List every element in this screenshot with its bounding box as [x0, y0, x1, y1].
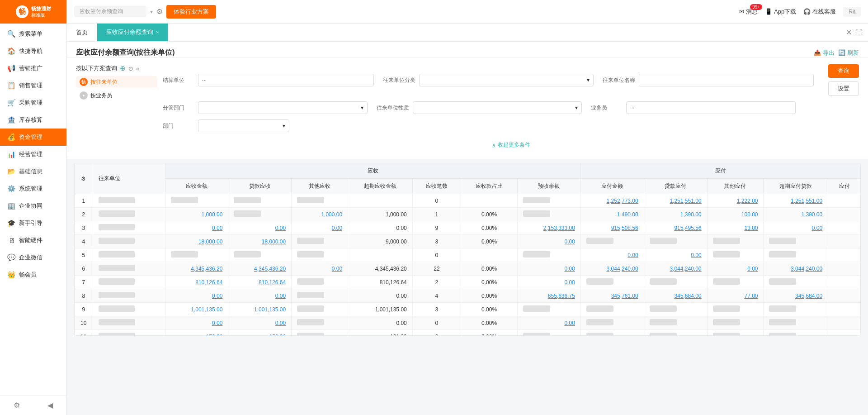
- sidebar-item-basic-info[interactable]: 📂 基础信息: [0, 163, 66, 180]
- table-cell[interactable]: 810,126.64: [165, 276, 228, 289]
- table-cell[interactable]: 0.00: [292, 262, 348, 276]
- sidebar-item-purchase[interactable]: 🛒 采购管理: [0, 94, 66, 111]
- table-cell[interactable]: 152.00: [165, 330, 228, 336]
- add-scheme-btn[interactable]: ⊕: [120, 64, 126, 72]
- table-cell[interactable]: 0.00: [518, 262, 581, 276]
- scheme-expand-btn[interactable]: «: [136, 65, 139, 72]
- th-settings[interactable]: ⚙: [75, 163, 93, 194]
- blurred-cell: [523, 305, 550, 312]
- unit-category-input[interactable]: ▾: [419, 74, 594, 86]
- table-cell[interactable]: 77.00: [707, 289, 764, 303]
- message-button[interactable]: ✉ 消息 99+: [739, 8, 758, 16]
- app-download-button[interactable]: 📱 App下载: [765, 8, 796, 16]
- user-info[interactable]: Rit: [843, 7, 861, 17]
- table-cell[interactable]: 0.00: [228, 221, 292, 235]
- sidebar-item-system[interactable]: ⚙️ 系统管理: [0, 180, 66, 197]
- table-cell[interactable]: 1,001,135.00: [228, 303, 292, 316]
- sidebar-item-enterprise[interactable]: 🏢 企业协同: [0, 197, 66, 215]
- tab-close-icon[interactable]: ×: [156, 29, 159, 35]
- sidebar-item-quick-nav[interactable]: 🏠 快捷导航: [0, 43, 66, 60]
- table-cell[interactable]: 345,684.00: [764, 289, 828, 303]
- table-scroll[interactable]: ⚙ 往来单位 应收 应付 应收金额 贷款应收 其他应收: [75, 163, 860, 335]
- sidebar-item-wechat[interactable]: 💬 企业微信: [0, 249, 66, 266]
- unit-name-input[interactable]: [639, 74, 814, 86]
- table-cell[interactable]: 0.00: [518, 276, 581, 289]
- table-row: 11 152.00 152.00 101.00 3 0.00%: [75, 330, 860, 336]
- settlement-unit-input[interactable]: ···: [198, 74, 374, 86]
- export-button[interactable]: 📤 导出: [814, 49, 835, 57]
- table-cell[interactable]: 345,761.00: [580, 289, 644, 303]
- table-cell[interactable]: 3,044,240.00: [580, 262, 644, 276]
- table-cell[interactable]: 915,508.56: [580, 221, 644, 235]
- table-cell[interactable]: 0.00: [292, 221, 348, 235]
- sidebar-collapse-btn[interactable]: ◀: [46, 399, 55, 411]
- table-cell[interactable]: 0.00: [764, 221, 828, 235]
- table-settings-icon[interactable]: ⚙: [81, 176, 86, 182]
- scheme-by-unit[interactable]: 畅 按往来单位: [76, 76, 157, 88]
- sidebar-settings-btn[interactable]: ⚙: [12, 399, 22, 411]
- table-cell[interactable]: 18,000.00: [228, 235, 292, 248]
- sidebar-item-member[interactable]: 👑 畅会员: [0, 266, 66, 283]
- sidebar-item-inventory[interactable]: 🏦 库存核算: [0, 111, 66, 129]
- table-cell[interactable]: 1,390.00: [764, 208, 828, 221]
- dept-input[interactable]: ▾: [198, 119, 289, 132]
- sidebar-item-smart[interactable]: 🖥 智能硬件: [0, 232, 66, 249]
- table-cell[interactable]: 1,000.00: [165, 208, 228, 221]
- department-input[interactable]: ▾: [198, 101, 368, 114]
- table-cell[interactable]: 655,636.75: [518, 289, 581, 303]
- table-cell[interactable]: 0.00: [644, 248, 707, 262]
- table-cell[interactable]: 1,390.00: [644, 208, 707, 221]
- refresh-button[interactable]: 🔄 刷新: [838, 49, 859, 57]
- table-cell[interactable]: 345,684.00: [644, 289, 707, 303]
- table-cell[interactable]: 0.00: [580, 248, 644, 262]
- table-cell[interactable]: 1,000.00: [292, 208, 348, 221]
- salesperson-input[interactable]: ···: [626, 101, 796, 114]
- table-cell[interactable]: 0.00: [518, 316, 581, 330]
- settings-button[interactable]: 设置: [828, 81, 859, 96]
- table-cell[interactable]: 0.00: [518, 235, 581, 248]
- sidebar-item-search-menu[interactable]: 🔍 搜索菜单: [0, 25, 66, 43]
- sidebar-item-sales[interactable]: 📋 销售管理: [0, 77, 66, 94]
- promo-button[interactable]: 体验行业方案: [166, 5, 216, 19]
- table-cell[interactable]: 1,251,551.00: [644, 194, 707, 208]
- query-button[interactable]: 查询: [828, 64, 859, 78]
- collapse-button[interactable]: ∧ 收起更多条件: [163, 138, 859, 153]
- unit-nature-input[interactable]: ▾: [413, 101, 581, 114]
- table-cell[interactable]: 0.00: [165, 289, 228, 303]
- table-cell: [828, 303, 860, 316]
- table-cell[interactable]: 1,490.00: [580, 208, 644, 221]
- table-cell[interactable]: 2,153,333.00: [518, 221, 581, 235]
- table-cell[interactable]: 100.00: [707, 208, 764, 221]
- scheme-settings-btn[interactable]: ⊙: [128, 65, 133, 72]
- close-window-btn[interactable]: ✕: [846, 28, 852, 37]
- sidebar-item-guide[interactable]: 🎓 新手引导: [0, 215, 66, 232]
- table-cell[interactable]: 13.00: [707, 221, 764, 235]
- online-service-button[interactable]: 🎧 在线客服: [803, 8, 836, 16]
- table-cell[interactable]: 1,001,135.00: [165, 303, 228, 316]
- fullscreen-btn[interactable]: ⛶: [855, 29, 863, 37]
- table-cell[interactable]: 4,345,436.20: [165, 262, 228, 276]
- table-cell[interactable]: 0.00: [228, 316, 292, 330]
- table-cell[interactable]: 0.00: [228, 289, 292, 303]
- table-cell[interactable]: 3,044,240.00: [644, 262, 707, 276]
- table-cell[interactable]: 0.00: [707, 262, 764, 276]
- table-cell[interactable]: 18,000.00: [165, 235, 228, 248]
- table-cell[interactable]: 1,252,773.00: [580, 194, 644, 208]
- tab-home[interactable]: 首页: [67, 24, 97, 41]
- table-cell[interactable]: 810,126.64: [228, 276, 292, 289]
- table-cell[interactable]: 0.00: [165, 221, 228, 235]
- table-cell[interactable]: 1,222.00: [707, 194, 764, 208]
- table-cell[interactable]: 3,044,240.00: [764, 262, 828, 276]
- sidebar-item-finance[interactable]: 💰 资金管理: [0, 129, 66, 146]
- table-cell[interactable]: 1,251,551.00: [764, 194, 828, 208]
- sidebar-item-marketing[interactable]: 📢 营销推广: [0, 60, 66, 77]
- table-cell[interactable]: 4,345,436.20: [228, 262, 292, 276]
- gear-icon[interactable]: ⚙: [156, 7, 163, 16]
- sidebar-item-operation[interactable]: 📊 经营管理: [0, 146, 66, 163]
- table-cell[interactable]: 0.00: [165, 316, 228, 330]
- scheme-by-staff[interactable]: ● 按业务员: [76, 90, 157, 101]
- table-cell[interactable]: 152.00: [228, 330, 292, 336]
- table-cell[interactable]: 915,495.56: [644, 221, 707, 235]
- tab-ar-ap[interactable]: 应收应付余额查询 ×: [97, 24, 168, 41]
- dropdown-arrow-icon[interactable]: ▾: [150, 9, 153, 15]
